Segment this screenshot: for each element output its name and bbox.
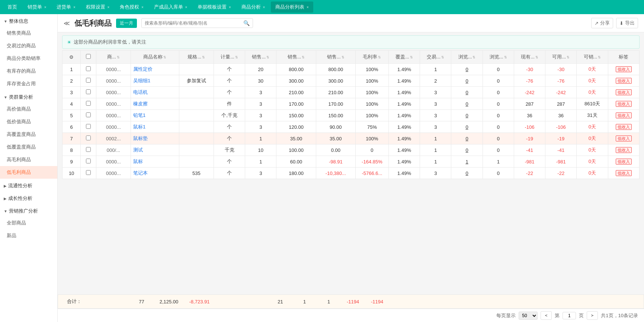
nav-close-products[interactable]: × xyxy=(185,5,188,9)
sidebar-group-growth[interactable]: ▶ 成长性分析 xyxy=(0,191,57,204)
sidebar-item-sales-goods[interactable]: 销售类商品 xyxy=(0,27,57,39)
cell-index: 10 xyxy=(63,168,81,179)
cell-sales-price: 60.00 xyxy=(276,156,316,168)
cell-available: 287 xyxy=(545,98,577,110)
row-checkbox[interactable] xyxy=(86,170,91,175)
cell-check[interactable] xyxy=(81,87,96,98)
row-checkbox[interactable] xyxy=(86,147,91,152)
nav-close-purchase[interactable]: × xyxy=(73,5,76,9)
th-check[interactable] xyxy=(81,51,96,64)
nav-permissions[interactable]: 权限设置 × xyxy=(81,1,114,13)
page-size-select[interactable]: 50 100 200 xyxy=(519,312,538,320)
cell-browse1[interactable]: 1 xyxy=(451,156,483,168)
cell-browse1[interactable]: 0 xyxy=(451,133,483,144)
nav-close-analysis[interactable]: × xyxy=(263,5,265,9)
sidebar-item-category-rate[interactable]: 商品分类助销率 xyxy=(0,52,57,65)
cell-check[interactable] xyxy=(81,121,96,133)
nav-analysis-list[interactable]: 商品分析列表 × xyxy=(271,1,313,13)
prev-page-btn[interactable]: ＜ xyxy=(541,311,552,320)
nav-roles[interactable]: 角色授权 × xyxy=(115,1,148,13)
cell-sales-amount: 0.00 xyxy=(316,144,355,156)
nav-close-permissions[interactable]: × xyxy=(108,5,110,9)
check-all[interactable] xyxy=(86,54,91,59)
cell-code: 000/... xyxy=(96,144,131,156)
cell-browse1[interactable]: 0 xyxy=(451,98,483,110)
cell-check[interactable] xyxy=(81,98,96,110)
cell-cover-rate: 1.49% xyxy=(388,98,420,110)
cell-browse1[interactable]: 0 xyxy=(451,144,483,156)
sidebar-group-overall[interactable]: ▼ 整体信息 xyxy=(0,14,57,27)
sidebar-item-high-coverage[interactable]: 高覆盖度商品 xyxy=(0,128,57,141)
table-row: 2 0000... 吴细细1 参加复试 个 30 300.00 300.00 1… xyxy=(63,75,640,87)
sidebar-item-traded-goods[interactable]: 交易过的商品 xyxy=(0,39,57,52)
nav-home[interactable]: 首页 xyxy=(3,1,22,13)
nav-close-sales[interactable]: × xyxy=(44,5,47,9)
row-checkbox[interactable] xyxy=(86,112,91,117)
cell-cover-rate: 1.49% xyxy=(388,87,420,98)
cell-browse1[interactable]: 0 xyxy=(451,110,483,121)
cell-sales-price: 120.00 xyxy=(276,121,316,133)
nav-sales[interactable]: 销货单 × xyxy=(23,1,51,13)
cell-browse1[interactable]: 0 xyxy=(451,87,483,98)
th-settings[interactable]: ⚙ xyxy=(63,51,81,64)
next-page-btn[interactable]: ＞ xyxy=(587,311,598,320)
sidebar-group-flow[interactable]: ▶ 流通性分析 xyxy=(0,179,57,191)
row-checkbox[interactable] xyxy=(86,66,91,71)
table-row: 1 0000... 属性定价 个 20 800.00 800.00 100% 1… xyxy=(63,64,640,75)
sidebar-item-all-goods[interactable]: 全部商品 xyxy=(0,217,57,229)
nav-products[interactable]: 产成品入库单 × xyxy=(150,1,192,13)
row-checkbox[interactable] xyxy=(86,89,91,94)
cell-check[interactable] xyxy=(81,133,96,144)
cell-browse2: 0 xyxy=(483,64,514,75)
cell-check[interactable] xyxy=(81,144,96,156)
nav-purchase[interactable]: 进货单 × xyxy=(52,1,80,13)
row-checkbox[interactable] xyxy=(86,159,91,163)
sidebar-item-low-value[interactable]: 低价值商品 xyxy=(0,115,57,128)
sidebar-item-in-stock[interactable]: 有库存的商品 xyxy=(0,65,57,77)
th-stock-now: 现有...⇅ xyxy=(514,51,545,64)
cell-check[interactable] xyxy=(81,64,96,75)
sidebar-item-high-value[interactable]: 高价值商品 xyxy=(0,103,57,115)
cell-stock-now: 287 xyxy=(514,98,545,110)
search-icon[interactable]: 🔍 xyxy=(243,20,250,26)
filter-recent-month-btn[interactable]: 近一月 xyxy=(116,19,137,28)
row-checkbox[interactable] xyxy=(86,101,91,106)
nav-close-templates[interactable]: × xyxy=(229,5,231,9)
collapse-sidebar-btn[interactable]: ≪ xyxy=(64,20,70,27)
search-input[interactable] xyxy=(145,20,242,26)
cell-browse1[interactable]: 0 xyxy=(451,121,483,133)
nav-analysis[interactable]: 商品分析 × xyxy=(237,1,269,13)
row-checkbox[interactable] xyxy=(86,78,91,83)
page-number-input[interactable] xyxy=(563,312,576,319)
sidebar-item-low-coverage[interactable]: 低覆盖度商品 xyxy=(0,141,57,153)
cell-browse2: 0 xyxy=(483,87,514,98)
table-container[interactable]: ⚙ 商...⇅ 商品名称⇅ 规格...⇅ 计量...⇅ 销售...⇅ 销售...… xyxy=(58,50,644,294)
sidebar-group-cluster[interactable]: ▼ 类群量分析 xyxy=(0,90,57,103)
sidebar-item-stock-fund[interactable]: 库存资金占用 xyxy=(0,77,57,90)
cell-code: 0000... xyxy=(96,110,131,121)
page-title: 低毛利商品 xyxy=(74,18,112,28)
cell-sales-amount: 150.00 xyxy=(316,110,355,121)
nav-templates[interactable]: 单据模板设置 × xyxy=(193,1,235,13)
cell-browse1[interactable]: 0 xyxy=(451,64,483,75)
sidebar-item-high-profit[interactable]: 高毛利商品 xyxy=(0,153,57,166)
cell-check[interactable] xyxy=(81,75,96,87)
cell-check[interactable] xyxy=(81,156,96,168)
cell-cover-rate: 1.49% xyxy=(388,144,420,156)
cell-check[interactable] xyxy=(81,110,96,121)
row-checkbox[interactable] xyxy=(86,136,91,140)
row-checkbox[interactable] xyxy=(86,124,91,129)
nav-close-analysis-list[interactable]: × xyxy=(307,5,309,9)
sidebar-group-marketing[interactable]: ▼ 营销推广分析 xyxy=(0,204,57,217)
sidebar-item-new-goods[interactable]: 新品 xyxy=(0,229,57,242)
sidebar-item-low-profit[interactable]: 低毛利商品 xyxy=(0,166,57,179)
export-btn[interactable]: ⬇ 导出 xyxy=(616,18,638,28)
cell-browse1[interactable]: 0 xyxy=(451,75,483,87)
cell-cover-rate: 1.49% xyxy=(388,133,420,144)
cell-check[interactable] xyxy=(81,168,96,179)
cell-browse1[interactable]: 0 xyxy=(451,168,483,179)
share-btn[interactable]: ↗ 分享 xyxy=(591,18,613,28)
footer-sales-price: 2,125.00 xyxy=(154,299,184,305)
nav-close-roles[interactable]: × xyxy=(141,5,144,9)
page-size-label: 每页显示 xyxy=(496,312,516,319)
